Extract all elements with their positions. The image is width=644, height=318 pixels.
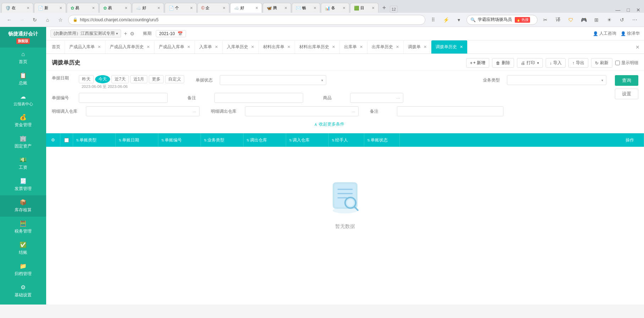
- maximize-btn[interactable]: □: [625, 7, 632, 13]
- tab-x-in[interactable]: ✕: [215, 45, 218, 49]
- browser-tab-2[interactable]: 📄 新 ✕: [34, 3, 66, 13]
- browser-tab-12[interactable]: 🟩 目 ✕: [350, 3, 378, 13]
- browser-tab-9[interactable]: 🦋 腾 ✕: [263, 3, 291, 13]
- sidebar-item-salary[interactable]: 💵 工资: [0, 153, 46, 174]
- th-in-warehouse[interactable]: ⇅ 调入仓库: [286, 133, 329, 147]
- close-btn[interactable]: ✕: [634, 7, 643, 13]
- company-select[interactable]: (勿删勿禁用）江西服宝测试专用 ▾: [50, 29, 121, 38]
- refresh-browser-btn[interactable]: ↻: [30, 15, 40, 25]
- goods-more-icon[interactable]: ···: [396, 95, 400, 101]
- forward-btn[interactable]: →: [17, 15, 27, 25]
- address-bar[interactable]: 🔒 https://cloud.chanjet.com/accounting/u…: [68, 15, 425, 25]
- add-company-btn[interactable]: +: [124, 30, 127, 37]
- print-dropdown-icon[interactable]: ▾: [537, 61, 539, 65]
- date-btn-custom[interactable]: 自定义: [165, 75, 184, 83]
- nav-tab-product-in[interactable]: 产成品入库单 ✕: [65, 40, 105, 54]
- tab-close-8[interactable]: ✕: [255, 6, 258, 10]
- nav-tab-out[interactable]: 出库单 ✕: [340, 40, 367, 54]
- date-btn-1month[interactable]: 近1月: [130, 75, 148, 83]
- nav-tab-transfer-hist[interactable]: 调拨单历史 ✕: [431, 40, 468, 54]
- sidebar-item-funds[interactable]: 💰 资金管理: [0, 110, 46, 132]
- browser-tab-10[interactable]: ✉️ 畅 ✕: [292, 3, 320, 13]
- tab-close-3[interactable]: ✕: [92, 6, 95, 10]
- search-bar[interactable]: 🔍 学霸应聘场驱鸟员 🔥 热搜: [466, 15, 537, 25]
- tab-close-5[interactable]: ✕: [157, 6, 160, 10]
- th-biz-type[interactable]: ⇅ 业务类型: [201, 133, 244, 147]
- nav-tab-product-in-hist[interactable]: 产成品入库单历史 ✕: [105, 40, 154, 54]
- tab-x-material-out[interactable]: ✕: [287, 45, 290, 49]
- tab-x-product-in-hist[interactable]: ✕: [147, 45, 150, 49]
- nav-tab-in[interactable]: 入库单 ✕: [195, 40, 223, 54]
- display-toggle[interactable]: 显示明细: [615, 60, 638, 66]
- detail-out-more-icon[interactable]: ···: [351, 109, 355, 114]
- th-bill-no[interactable]: ⇅ 单账编号: [158, 133, 201, 147]
- collapse-btn[interactable]: ∧ 收起更多条件: [52, 120, 606, 129]
- th-operator[interactable]: ⇅ 经手人: [329, 133, 364, 147]
- th-bill-date[interactable]: ⇅ 单账日期: [116, 133, 158, 147]
- nav-tab-material-out[interactable]: 材料出库单 ✕: [259, 40, 295, 54]
- sidebar-item-assets[interactable]: 🏢 固定资产: [0, 132, 46, 153]
- gear-company-icon[interactable]: ⚙: [130, 31, 135, 37]
- nav-tab-home[interactable]: 首页: [48, 40, 65, 54]
- tab-x-product-in-2[interactable]: ✕: [187, 45, 190, 49]
- nav-tab-transfer[interactable]: 调拨单 ✕: [404, 40, 431, 54]
- new-tab-btn[interactable]: +: [379, 3, 389, 13]
- biz-type-select[interactable]: ▾: [507, 75, 606, 85]
- minimize-btn[interactable]: —: [613, 7, 623, 13]
- th-checkbox[interactable]: [60, 133, 73, 147]
- remark-input[interactable]: [214, 93, 303, 103]
- sidebar-logo[interactable]: 畅捷通好会计 旗舰版: [0, 27, 46, 48]
- delete-btn[interactable]: 🗑 删除: [492, 58, 514, 68]
- more-icon[interactable]: ⋯: [630, 15, 640, 25]
- tab-close-7[interactable]: ✕: [223, 6, 225, 10]
- tab-close-6[interactable]: ✕: [190, 6, 193, 10]
- theme-icon[interactable]: ☀: [604, 15, 614, 25]
- lightning-icon[interactable]: ⚡: [441, 15, 451, 25]
- shield-icon[interactable]: 🛡: [566, 15, 576, 25]
- tab-x-transfer-hist[interactable]: ✕: [460, 45, 463, 49]
- sidebar-item-invoice[interactable]: 🧾 发票管理: [0, 174, 46, 195]
- tab-x-out[interactable]: ✕: [360, 45, 363, 49]
- sidebar-item-tax[interactable]: 🧮 税务管理: [0, 217, 46, 238]
- tab-x-out-hist[interactable]: ✕: [396, 45, 399, 49]
- user-avatar[interactable]: 👤 徐泽华: [621, 30, 640, 37]
- date-btn-7days[interactable]: 近7天: [111, 75, 129, 83]
- sidebar-item-guide[interactable]: 📖 新手引导: [0, 302, 46, 305]
- tab-x-transfer[interactable]: ✕: [424, 45, 427, 49]
- browser-tab-7[interactable]: © 企 ✕: [197, 3, 229, 13]
- remark2-input[interactable]: [397, 106, 503, 116]
- sidebar-item-ledger[interactable]: 📋 总账: [0, 68, 46, 90]
- browser-tab-6[interactable]: 📄 个 ✕: [165, 3, 197, 13]
- tab-close-4[interactable]: ✕: [125, 6, 127, 10]
- sidebar-item-home[interactable]: ⌂ 首页: [0, 48, 46, 68]
- close-all-btn[interactable]: ✕: [633, 44, 643, 50]
- scissor-icon[interactable]: ✂: [540, 15, 550, 25]
- sidebar-item-archive[interactable]: 📁 归档管理: [0, 259, 46, 280]
- import-btn[interactable]: ↓ 导入: [546, 58, 566, 68]
- dropdown-btn[interactable]: ▾: [454, 15, 464, 25]
- nav-tab-material-out-hist[interactable]: 材料出库单历史 ✕: [295, 40, 340, 54]
- tab-close-1[interactable]: ✕: [27, 6, 29, 10]
- browser-tab-8[interactable]: ☁️ 好 ✕: [230, 3, 262, 13]
- tab-close-10[interactable]: ✕: [313, 6, 316, 10]
- browser-tab-3[interactable]: ✿ 易 ✕: [67, 3, 99, 13]
- bill-no-input[interactable]: [79, 93, 168, 103]
- user-service-btn[interactable]: 👤 人工咨询: [593, 30, 616, 37]
- nav-tab-in-hist[interactable]: 入库单历史 ✕: [223, 40, 259, 54]
- tab-close-9[interactable]: ✕: [284, 6, 287, 10]
- browser-tab-5[interactable]: ☁️ 好 ✕: [132, 3, 164, 13]
- back-btn[interactable]: ←: [4, 15, 14, 25]
- date-btn-yesterday[interactable]: 昨天: [79, 75, 94, 83]
- new-btn[interactable]: + + 新增: [466, 58, 489, 68]
- sidebar-item-close[interactable]: ✅ 结账: [0, 238, 46, 259]
- status-select[interactable]: ▾: [220, 75, 326, 85]
- tab-x-product-in[interactable]: ✕: [98, 45, 101, 49]
- browser-tab-1[interactable]: 🛡️ 在 ✕: [1, 3, 33, 13]
- translate-icon[interactable]: 译: [553, 15, 563, 25]
- detail-out-input[interactable]: ···: [245, 106, 359, 116]
- th-out-warehouse[interactable]: ⇅ 调出仓库: [244, 133, 286, 147]
- refresh-page-btn[interactable]: ↻ 刷新: [591, 58, 612, 68]
- detail-in-input[interactable]: ···: [86, 106, 200, 116]
- tab-close-12[interactable]: ✕: [372, 6, 375, 10]
- tab-x-material-out-hist[interactable]: ✕: [332, 45, 335, 49]
